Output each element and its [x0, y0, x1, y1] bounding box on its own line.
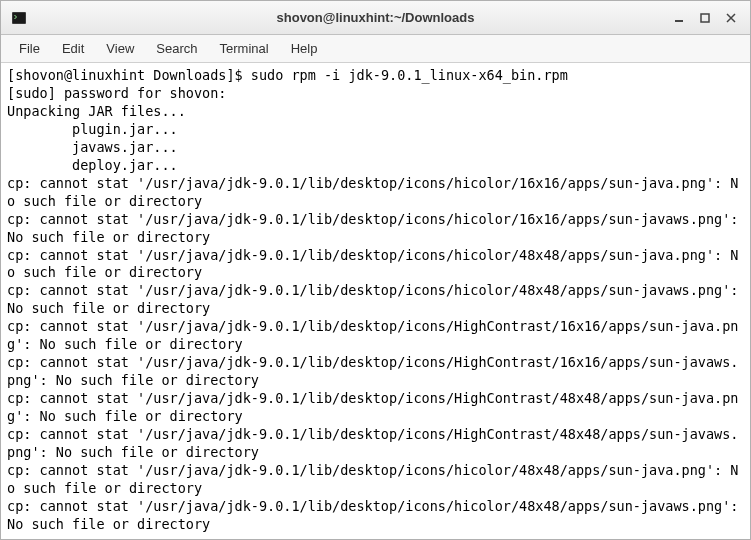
shell-prompt: [shovon@linuxhint Downloads]$ — [7, 67, 251, 83]
window-controls — [666, 7, 744, 29]
terminal-icon — [11, 10, 27, 26]
minimize-button[interactable] — [666, 7, 692, 29]
menubar: File Edit View Search Terminal Help — [1, 35, 750, 63]
terminal-window: shovon@linuxhint:~/Downloads File Edit V… — [0, 0, 751, 540]
maximize-button[interactable] — [692, 7, 718, 29]
menu-search[interactable]: Search — [146, 37, 207, 60]
svg-rect-2 — [675, 20, 683, 22]
window-title: shovon@linuxhint:~/Downloads — [277, 10, 475, 25]
command-text: sudo rpm -i jdk-9.0.1_linux-x64_bin.rpm — [251, 67, 568, 83]
close-button[interactable] — [718, 7, 744, 29]
menu-edit[interactable]: Edit — [52, 37, 94, 60]
menu-view[interactable]: View — [96, 37, 144, 60]
svg-rect-3 — [701, 14, 709, 22]
menu-file[interactable]: File — [9, 37, 50, 60]
terminal-output-area[interactable]: [shovon@linuxhint Downloads]$ sudo rpm -… — [1, 63, 750, 539]
menu-terminal[interactable]: Terminal — [210, 37, 279, 60]
titlebar[interactable]: shovon@linuxhint:~/Downloads — [1, 1, 750, 35]
terminal-output: [sudo] password for shovon: Unpacking JA… — [7, 85, 747, 532]
menu-help[interactable]: Help — [281, 37, 328, 60]
